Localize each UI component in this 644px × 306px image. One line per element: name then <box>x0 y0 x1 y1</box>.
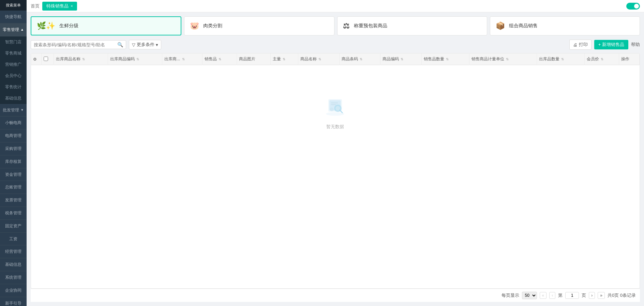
sort-icon[interactable]: ⇅ <box>82 57 85 61</box>
home-tab[interactable]: 首页 <box>31 3 40 9</box>
table-checkbox-col[interactable] <box>41 53 54 65</box>
col-sale-item: 销售品 ⇅ <box>202 53 237 65</box>
col-sale-unit: 销售商品计量单位 ⇅ <box>469 53 537 65</box>
tab-cards: 🌿✨ 生鲜分级 🐷 肉类分割 ⚖ 称重预包装商品 📦 组合商品销售 <box>31 16 640 35</box>
toolbar-right: 🖨 打印 + 新增销售品 帮助 <box>569 40 640 50</box>
sidebar-item-quick-nav[interactable]: 快捷导航 <box>0 11 27 24</box>
tab-fresh-grade[interactable]: 🌿✨ 生鲜分级 <box>31 16 181 35</box>
last-page-button[interactable]: » <box>598 292 605 299</box>
empty-text: 暂无数据 <box>326 124 344 130</box>
filter-icon: ▽ <box>132 42 135 47</box>
chevron-down-icon: ▲ <box>20 27 24 32</box>
sort-icon[interactable]: ⇅ <box>360 57 362 61</box>
sidebar-item-fixed-assets[interactable]: 固定资产 <box>0 220 27 233</box>
tab-combo-label: 组合商品销售 <box>509 23 538 29</box>
sidebar-item-general-ledger[interactable]: 总账管理 <box>0 181 27 194</box>
page-label: 第 <box>558 292 563 299</box>
empty-state: 暂无数据 <box>31 65 640 157</box>
sidebar-item-ecom-mgmt[interactable]: 电商管理 <box>0 129 27 142</box>
col-product-code: 商品编码 ⇅ <box>380 53 422 65</box>
fresh-grade-icon: 🌿✨ <box>37 21 55 30</box>
print-icon: 🖨 <box>573 42 578 47</box>
sidebar-item-retail-mall[interactable]: 零售商城 <box>0 48 27 59</box>
meat-cut-icon: 🐷 <box>190 21 199 30</box>
filter-arrow-icon: ▾ <box>156 42 158 47</box>
active-tab[interactable]: 特殊销售品 × <box>42 2 77 11</box>
sidebar: 搜索菜单 快捷导航 零售管理 ▲ 智慧门店 零售商城 营销推广 会员中心 零售统… <box>0 0 27 306</box>
search-input[interactable] <box>34 42 115 47</box>
tab-weigh-prepack[interactable]: ⚖ 称重预包装商品 <box>337 16 487 35</box>
sidebar-item-mini-ecom[interactable]: 小畅电商 <box>0 117 27 129</box>
print-label: 打印 <box>579 42 588 48</box>
active-tab-label: 特殊销售品 <box>46 3 69 9</box>
col-weight: 主量 ⇅ <box>270 53 298 65</box>
sort-icon[interactable]: ⇅ <box>561 57 564 61</box>
sidebar-item-finance-mgmt[interactable]: 资金管理 <box>0 168 27 181</box>
tab-fresh-grade-label: 生鲜分级 <box>59 23 78 29</box>
sidebar-item-enterprise[interactable]: 企业协同 <box>0 284 27 297</box>
sidebar-item-label: 批发管理 <box>3 107 19 113</box>
help-button[interactable]: 帮助 <box>631 42 640 48</box>
col-action: 操作 <box>619 53 639 65</box>
page-size-label: 每页显示 <box>501 292 519 299</box>
sidebar-item-inventory[interactable]: 库存核算 <box>0 155 27 168</box>
print-button[interactable]: 🖨 打印 <box>569 40 591 50</box>
sidebar-item-basic-info2[interactable]: 基础信息 <box>0 258 27 271</box>
col-out-qty: 出库品数量 ⇅ <box>537 53 584 65</box>
search-icon[interactable]: 🔍 <box>117 42 123 47</box>
tab-weigh-label: 称重预包装商品 <box>354 23 387 29</box>
filter-button[interactable]: ▽ 更多条件 ▾ <box>129 40 161 49</box>
sort-icon[interactable]: ⇅ <box>446 57 449 61</box>
sidebar-item-new-guide[interactable]: 新手引导 <box>0 297 27 306</box>
svg-rect-6 <box>331 104 336 105</box>
sidebar-item-sales-promo[interactable]: 营销推广 <box>0 59 27 70</box>
sidebar-item-purchase-mgmt[interactable]: 采购管理 <box>0 142 27 155</box>
sort-icon[interactable]: ⇅ <box>401 57 403 61</box>
table-settings-col[interactable]: ⚙ <box>31 53 41 65</box>
sidebar-item-wholesale-mgmt[interactable]: 批发管理 ▼ <box>0 104 27 117</box>
sort-icon[interactable]: ⇅ <box>182 57 185 61</box>
sidebar-item-label: 零售管理 <box>3 27 19 33</box>
sidebar-item-retail-mgmt[interactable]: 零售管理 ▲ <box>0 24 27 36</box>
sidebar-item-basic-info[interactable]: 基础信息 <box>0 93 27 104</box>
col-product-name: 商品名称 ⇅ <box>298 53 340 65</box>
toolbar-left: 🔍 ▽ 更多条件 ▾ <box>31 40 161 49</box>
select-all-checkbox[interactable] <box>44 57 48 61</box>
prev-page-button[interactable]: ‹ <box>549 292 555 299</box>
topbar-right <box>626 3 640 10</box>
tab-meat-cut[interactable]: 🐷 肉类分割 <box>184 16 334 35</box>
page-size-select[interactable]: 50 <box>522 292 537 299</box>
sort-icon[interactable]: ⇅ <box>136 57 139 61</box>
toolbar: 🔍 ▽ 更多条件 ▾ 🖨 打印 + 新增销售品 帮助 <box>31 40 640 50</box>
page-number-input[interactable] <box>565 292 579 299</box>
sidebar-item-salary[interactable]: 工资 <box>0 233 27 246</box>
sidebar-item-member-center[interactable]: 会员中心 <box>0 70 27 81</box>
sidebar-item-ops-mgmt[interactable]: 经营管理 <box>0 245 27 258</box>
sidebar-item-invoice-mgmt[interactable]: 发票管理 <box>0 194 27 207</box>
combo-icon: 📦 <box>496 21 505 30</box>
first-page-button[interactable]: « <box>540 292 547 299</box>
next-page-button[interactable]: › <box>589 292 595 299</box>
add-sale-item-button[interactable]: + 新增销售品 <box>594 40 628 49</box>
col-product-img: 商品图片 <box>237 53 270 65</box>
pagination: 每页显示 50 « ‹ 第 页 › » 共0页 0条记录 <box>31 289 640 302</box>
sidebar-search-menu[interactable]: 搜索菜单 <box>0 0 27 11</box>
page-content: 🌿✨ 生鲜分级 🐷 肉类分割 ⚖ 称重预包装商品 📦 组合商品销售 🔍 <box>27 12 644 306</box>
sort-icon[interactable]: ⇅ <box>219 57 221 61</box>
sort-icon[interactable]: ⇅ <box>506 57 509 61</box>
sidebar-item-smart-store[interactable]: 智慧门店 <box>0 36 27 48</box>
sort-icon[interactable]: ⇅ <box>601 57 603 61</box>
col-sale-qty: 销售品数量 ⇅ <box>421 53 469 65</box>
search-box[interactable]: 🔍 <box>31 40 126 49</box>
total-text: 共0页 0条记录 <box>608 292 636 299</box>
toggle-button[interactable] <box>626 3 640 10</box>
sort-icon[interactable]: ⇅ <box>318 57 321 61</box>
tab-combo-sales[interactable]: 📦 组合商品销售 <box>490 16 640 35</box>
sidebar-item-tax-mgmt[interactable]: 税务管理 <box>0 207 27 220</box>
col-out-code: 出库商品编码 ⇅ <box>108 53 162 65</box>
sidebar-item-system-mgmt[interactable]: 系统管理 <box>0 271 27 284</box>
sidebar-item-retail-stats[interactable]: 零售统计 <box>0 81 27 93</box>
close-tab-icon[interactable]: × <box>71 4 73 9</box>
settings-icon[interactable]: ⚙ <box>33 57 37 62</box>
sort-icon[interactable]: ⇅ <box>283 57 285 61</box>
